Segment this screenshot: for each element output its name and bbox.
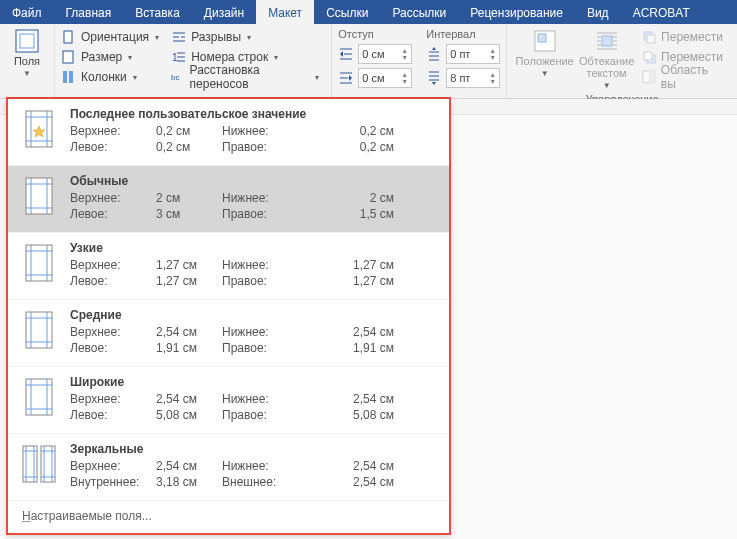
svg-rect-4 xyxy=(63,71,67,83)
margins-option-title: Узкие xyxy=(70,241,439,257)
chevron-down-icon: ▼ xyxy=(23,68,31,80)
wrap-text-button[interactable]: Обтекание текстом▼ xyxy=(576,26,637,92)
tab-вид[interactable]: Вид xyxy=(575,0,621,24)
margins-option-title: Широкие xyxy=(70,375,439,391)
svg-rect-2 xyxy=(64,31,72,43)
svg-text:bc: bc xyxy=(171,73,180,82)
svg-rect-10 xyxy=(602,36,612,46)
chevron-down-icon: ▾ xyxy=(133,73,137,82)
svg-rect-3 xyxy=(63,51,73,63)
margins-option[interactable]: Узкие Верхнее:1,27 смНижнее:1,27 см Лево… xyxy=(8,233,449,300)
margins-thumb-icon xyxy=(22,375,56,419)
selection-pane-icon xyxy=(641,69,657,85)
chevron-down-icon: ▾ xyxy=(128,53,132,62)
svg-rect-33 xyxy=(26,312,52,348)
margins-option[interactable]: Зеркальные Верхнее:2,54 смНижнее:2,54 см… xyxy=(8,434,449,501)
svg-rect-0 xyxy=(16,30,38,52)
margins-icon xyxy=(14,28,40,54)
margins-label: Поля xyxy=(14,55,40,67)
spacing-before-icon xyxy=(426,46,442,62)
margins-option[interactable]: Обычные Верхнее:2 смНижнее:2 см Левое:3 … xyxy=(8,166,449,233)
tab-acrobat[interactable]: ACROBAT xyxy=(621,0,702,24)
size-icon xyxy=(61,49,77,65)
indent-right-input[interactable]: 0 см▲▼ xyxy=(338,67,412,89)
chevron-down-icon: ▾ xyxy=(274,53,278,62)
ribbon: Поля ▼ Ориентация▾ Размер▾ Колонки▾ xyxy=(0,24,737,99)
selection-pane-button[interactable]: Область вы xyxy=(641,68,731,86)
wrap-text-icon xyxy=(594,28,620,54)
orientation-button[interactable]: Ориентация▾ xyxy=(61,28,165,46)
margins-option-title: Средние xyxy=(70,308,439,324)
breaks-button[interactable]: Разрывы▾ xyxy=(171,28,325,46)
indent-left-input[interactable]: 0 см▲▼ xyxy=(338,43,412,65)
indent-label: Отступ xyxy=(338,28,412,41)
indent-right-icon xyxy=(338,70,354,86)
margins-option[interactable]: Широкие Верхнее:2,54 смНижнее:2,54 см Ле… xyxy=(8,367,449,434)
margins-option[interactable]: Последнее пользовательское значение Верх… xyxy=(8,99,449,166)
svg-rect-14 xyxy=(644,52,652,60)
indent-left-icon xyxy=(338,46,354,62)
tab-ссылки[interactable]: Ссылки xyxy=(314,0,380,24)
send-backward-icon xyxy=(641,49,657,65)
margins-option-title: Обычные xyxy=(70,174,439,190)
margins-button[interactable]: Поля ▼ xyxy=(6,26,48,84)
margins-thumb-icon xyxy=(22,241,56,285)
line-numbers-icon: 1 xyxy=(171,49,187,65)
tab-bar: ФайлГлавнаяВставкаДизайнМакетСсылкиРассы… xyxy=(0,0,737,24)
hyphenation-icon: bc xyxy=(171,69,185,85)
tab-дизайн[interactable]: Дизайн xyxy=(192,0,256,24)
columns-icon xyxy=(61,69,77,85)
tab-главная[interactable]: Главная xyxy=(54,0,124,24)
chevron-down-icon: ▾ xyxy=(155,33,159,42)
tab-рецензирование[interactable]: Рецензирование xyxy=(458,0,575,24)
margins-thumb-icon xyxy=(22,174,56,218)
margins-thumb-icon xyxy=(22,107,56,151)
tab-вставка[interactable]: Вставка xyxy=(123,0,192,24)
svg-rect-16 xyxy=(649,71,655,83)
size-button[interactable]: Размер▾ xyxy=(61,48,165,66)
spacing-after-input[interactable]: 8 пт▲▼ xyxy=(426,67,500,89)
margins-option[interactable]: Средние Верхнее:2,54 смНижнее:2,54 см Ле… xyxy=(8,300,449,367)
custom-margins-button[interactable]: Настраиваемые поля... xyxy=(8,501,449,533)
svg-rect-38 xyxy=(26,379,52,415)
svg-rect-12 xyxy=(647,35,655,43)
breaks-icon xyxy=(171,29,187,45)
spacing-after-icon xyxy=(426,70,442,86)
spacing-before-input[interactable]: 0 пт▲▼ xyxy=(426,43,500,65)
tab-рассылки[interactable]: Рассылки xyxy=(380,0,458,24)
svg-rect-5 xyxy=(69,71,73,83)
chevron-down-icon: ▾ xyxy=(247,33,251,42)
hyphenation-button[interactable]: bc Расстановка переносов▾ xyxy=(171,68,325,86)
bring-forward-button[interactable]: Перемести xyxy=(641,28,731,46)
svg-rect-9 xyxy=(538,34,546,42)
chevron-down-icon: ▾ xyxy=(315,73,319,82)
margins-thumb-icon xyxy=(22,308,56,352)
margins-option-title: Последнее пользовательское значение xyxy=(70,107,439,123)
bring-forward-icon xyxy=(641,29,657,45)
tab-файл[interactable]: Файл xyxy=(0,0,54,24)
svg-rect-23 xyxy=(26,178,52,214)
orientation-icon xyxy=(61,29,77,45)
margins-menu: Последнее пользовательское значение Верх… xyxy=(6,99,451,535)
margins-option-title: Зеркальные xyxy=(70,442,439,458)
tab-макет[interactable]: Макет xyxy=(256,0,314,24)
svg-rect-28 xyxy=(26,245,52,281)
columns-button[interactable]: Колонки▾ xyxy=(61,68,165,86)
spacing-label: Интервал xyxy=(426,28,500,41)
margins-thumb-icon xyxy=(22,442,56,486)
position-button[interactable]: Положение▼ xyxy=(513,26,576,92)
position-icon xyxy=(532,28,558,54)
